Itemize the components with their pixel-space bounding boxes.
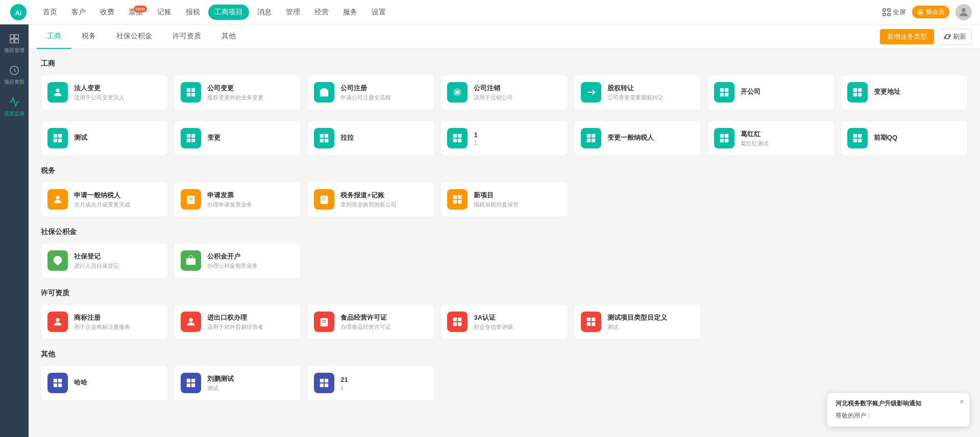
sidebar-label-progress-monitor: 进度监测 <box>4 110 24 117</box>
sidebar-item-progress-monitor[interactable]: 进度监测 <box>0 92 29 121</box>
card-icon-mahonghong <box>714 128 734 148</box>
nav-settings[interactable]: 设置 <box>365 5 392 20</box>
card-desc-company-cancel: 适用于注销公司 <box>474 94 561 101</box>
card-title-mahonghong: 葛红红 <box>741 130 828 139</box>
card-icon-apply-taxpayer <box>47 189 68 210</box>
refresh-icon <box>944 33 951 40</box>
svg-point-72 <box>56 318 59 322</box>
card-frontqq[interactable]: 前期QQ <box>841 120 968 156</box>
tab-shebao[interactable]: 社保公积金 <box>106 24 162 49</box>
card-change-address[interactable]: 变更地址 <box>841 74 968 110</box>
card-mahonghong[interactable]: 葛红红 葛红红测试 <box>707 120 835 156</box>
card-lala[interactable]: 拉拉 <box>307 120 434 156</box>
user-avatar[interactable] <box>955 4 972 20</box>
xuke-title: 许可资质 <box>41 289 968 298</box>
card-apply-invoice[interactable]: 申请发票 办理申请发票业务 <box>174 182 301 217</box>
card-title-change-taxpayer: 变更一般纳税人 <box>607 133 695 142</box>
nav-home[interactable]: 首页 <box>37 5 63 20</box>
tab-shuiwu[interactable]: 税务 <box>71 24 106 49</box>
fullscreen-button[interactable]: 全屏 <box>883 8 906 17</box>
nav-clients[interactable]: 客户 <box>65 5 92 20</box>
card-equity-transfer[interactable]: 股权转让 公司变更需要股权转让 <box>574 74 701 110</box>
card-tax-bookkeeping[interactable]: 税务报道+记账 拿到营业执照的新公司 <box>307 182 434 217</box>
card-new-project[interactable]: 新项目 报税加税控盘保管 <box>440 182 568 217</box>
card-company-change[interactable]: 公司变更 股权变更外的业务变更 <box>174 74 301 110</box>
svg-rect-15 <box>187 88 190 92</box>
card-icon-company-cancel <box>447 82 468 102</box>
svg-rect-35 <box>58 139 62 142</box>
card-liupeng-test[interactable]: 刘鹏测试 测试 <box>174 365 301 401</box>
card-desc-mahonghong: 葛红红测试 <box>741 140 828 147</box>
card-icon-apply-invoice <box>181 189 201 210</box>
sidebar-item-project-manage[interactable]: 项目管理 <box>0 29 29 58</box>
svg-rect-50 <box>586 139 590 142</box>
nav-admin[interactable]: 管理 <box>280 5 306 20</box>
card-icon-equity-transfer <box>581 82 601 102</box>
tab-bar: 工商 税务 社保公积金 许可资质 其他 新增业务类型 刷新 <box>29 24 980 49</box>
card-test-type-define[interactable]: 测试项目类型目定义 测试 <box>574 304 701 340</box>
svg-rect-18 <box>191 93 195 96</box>
svg-rect-4 <box>883 13 886 16</box>
svg-rect-34 <box>54 139 57 142</box>
nav-tax[interactable]: 报税 <box>180 5 206 20</box>
svg-rect-68 <box>458 195 461 199</box>
svg-rect-45 <box>458 134 461 138</box>
nav-management[interactable]: 经营 <box>308 5 335 20</box>
card-desc-social-register: 进行人员社保登记 <box>74 262 161 270</box>
nav-tickets[interactable]: 票据 new <box>122 5 149 20</box>
card-company-register[interactable]: 公司注册 申请公司注册全流程 <box>307 74 434 110</box>
card-title-twenty-one: 21 <box>340 376 428 383</box>
svg-rect-82 <box>591 318 595 321</box>
refresh-button[interactable]: 刷新 <box>938 29 972 45</box>
shuiwu-section: 税务 申请一般纳税人 当月或次月成变更完成 <box>41 166 968 217</box>
tab-xuke[interactable]: 许可资质 <box>162 24 211 49</box>
app-logo[interactable]: Ai <box>8 2 29 22</box>
card-desc-company-change: 股权变更外的业务变更 <box>207 94 295 101</box>
sidebar-item-project-type[interactable]: 项目类型 <box>0 60 29 90</box>
card-trademark[interactable]: 商标注册 用于企业商标注册服务 <box>41 304 168 340</box>
card-desc-liupeng-test: 测试 <box>207 384 295 392</box>
svg-rect-40 <box>320 134 324 138</box>
svg-rect-91 <box>187 383 190 387</box>
card-legal-change[interactable]: 法人变更 适用于公司变更法人 <box>41 74 168 110</box>
card-icon-lala <box>314 128 334 148</box>
nav-bizproject[interactable]: 工商项目 <box>208 5 249 20</box>
card-title-test-type-define: 测试项目类型目定义 <box>607 313 695 322</box>
tab-other[interactable]: 其他 <box>211 24 246 49</box>
svg-rect-9 <box>10 35 14 38</box>
card-twenty-one[interactable]: 21 1 <box>307 365 434 401</box>
nav-services[interactable]: 服务 <box>337 5 363 20</box>
card-title-haha: 哈哈 <box>74 378 161 387</box>
tab-gongshang[interactable]: 工商 <box>37 24 71 49</box>
card-apply-taxpayer[interactable]: 申请一般纳税人 当月或次月成变更完成 <box>41 182 168 217</box>
notification-text: 尊敬的用户： <box>836 411 961 420</box>
svg-rect-59 <box>858 139 862 142</box>
notification-close-button[interactable]: × <box>960 397 964 406</box>
card-icon-change-taxpayer <box>581 128 601 148</box>
svg-rect-95 <box>320 383 324 387</box>
card-open-company[interactable]: 开公司 <box>707 74 835 110</box>
card-change-taxpayer[interactable]: 变更一般纳税人 <box>574 120 701 156</box>
top-nav: Ai 首页 客户 收费 票据 new 记账 报税 工商项目 消息 管理 经营 服… <box>0 0 980 24</box>
nav-accounting[interactable]: 记账 <box>151 5 178 20</box>
card-test[interactable]: 测试 <box>41 120 168 156</box>
vip-button[interactable]: ▶ 畅会员 <box>912 6 949 18</box>
card-company-cancel[interactable]: 公司注销 适用于注销公司 <box>440 74 568 110</box>
svg-rect-20 <box>322 88 327 91</box>
card-3a-cert[interactable]: 3A认证 对企业信誉评级 <box>440 304 568 340</box>
card-change2[interactable]: 变更 <box>174 120 301 156</box>
card-icon-open-company <box>714 82 734 102</box>
new-type-button[interactable]: 新增业务类型 <box>880 29 934 44</box>
shebao-title: 社保公积金 <box>41 227 968 237</box>
nav-messages[interactable]: 消息 <box>251 5 278 20</box>
card-fund-open[interactable]: 公积金开户 办理公积金相关业务 <box>174 243 301 278</box>
card-desc-import-export: 适用于对外贸易经营者 <box>207 323 295 331</box>
card-import-export[interactable]: 进出口权办理 适用于对外贸易经营者 <box>174 304 301 340</box>
card-title-food-license: 食品经营许可证 <box>340 313 428 322</box>
nav-billing[interactable]: 收费 <box>94 5 120 20</box>
card-haha[interactable]: 哈哈 <box>41 365 168 401</box>
card-food-license[interactable]: 食品经营许可证 办理食品经营许可证 <box>307 304 434 340</box>
card-title-change2: 变更 <box>207 133 295 142</box>
card-social-register[interactable]: 社保登记 进行人员社保登记 <box>41 243 168 278</box>
card-one[interactable]: 1 1 <box>440 120 568 156</box>
